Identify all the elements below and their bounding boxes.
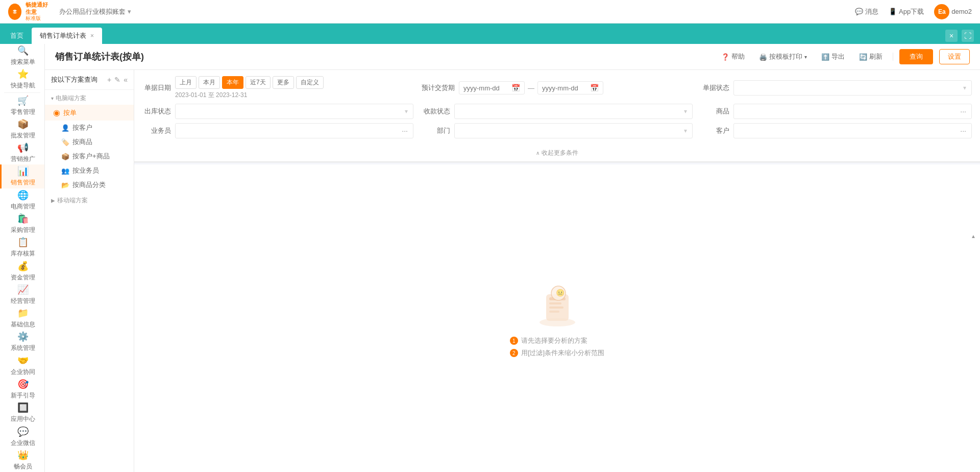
app-download-icon: 📱 [889, 8, 897, 15]
filter-area: 单据日期 上月 本月 本年 近7天 更多 自定义 [134, 70, 980, 162]
expected-date-to-wrap[interactable]: 📅 [537, 81, 603, 95]
status-dropdown[interactable]: ▾ [733, 80, 972, 96]
sidebar-item-coop[interactable]: 🤝 企业协同 [0, 354, 44, 377]
sidebar-item-label: 基础信息 [11, 320, 35, 329]
collapse-more-conditions-btn[interactable]: ∧ 收起更多条件 [134, 145, 980, 162]
tab-sales-order-stats[interactable]: 销售订单统计表 × [32, 28, 102, 44]
hint-num-2: 2 [510, 349, 518, 357]
guide-icon: 🎯 [17, 379, 29, 390]
sidebar-item-quick-nav[interactable]: ⭐ 快捷导航 [0, 67, 44, 91]
hint-num-1: 1 [510, 337, 518, 345]
sidebar-item-system[interactable]: ⚙️ 系统管理 [0, 330, 44, 353]
date-btn-last-month[interactable]: 上月 [175, 76, 197, 89]
scheme-group-pc-label: 电脑端方案 [56, 94, 86, 103]
expected-date-to-input[interactable] [542, 84, 588, 92]
customer-dots-icon[interactable]: ··· [960, 127, 966, 135]
sidebar-item-label: 畅会员 [14, 462, 32, 471]
scheme-item-label: 按客户+商品 [72, 152, 110, 161]
sidebar-divider [4, 92, 40, 93]
empty-hint-1: 1 请先选择要分析的方案 [510, 336, 604, 345]
sidebar-item-vip[interactable]: 👑 畅会员 [0, 449, 44, 472]
chevron-down-icon: ▾ [804, 54, 807, 60]
goods-label: 商品 [701, 107, 729, 116]
tab-home[interactable]: 首页 [2, 28, 32, 44]
edit-scheme-icon[interactable]: ✎ [114, 76, 120, 84]
scheme-item-by-customer-goods[interactable]: 📦 按客户+商品 [45, 149, 134, 163]
sidebar-item-sales[interactable]: 📊 销售管理 [0, 164, 44, 188]
settings-button[interactable]: 设置 [939, 49, 970, 64]
sidebar-item-enterprise-wechat[interactable]: 💬 企业微信 [0, 424, 44, 448]
sidebar-item-base[interactable]: 📁 基础信息 [0, 306, 44, 330]
date-btn-this-month[interactable]: 本月 [199, 76, 220, 89]
tab-close-icon[interactable]: × [90, 32, 94, 39]
date-range-separator: — [528, 84, 534, 92]
sidebar-item-app-center[interactable]: 🔲 应用中心 [0, 401, 44, 424]
dept-label: 部门 [422, 126, 450, 135]
expected-date-from-wrap[interactable]: 📅 [459, 81, 525, 95]
collapse-panel-icon[interactable]: « [124, 76, 128, 84]
add-scheme-icon[interactable]: + [107, 76, 111, 84]
close-window-btn[interactable]: × [945, 30, 958, 42]
page-actions: ❓ 帮助 🖨️ 按模板打印 ▾ ⬆️ 导出 🔄 刷新 [717, 49, 970, 64]
scheme-item-label: 按商品分类 [72, 180, 106, 190]
scheme-item-by-order[interactable]: ◉ 按单 [45, 105, 134, 121]
expected-date-from-input[interactable] [463, 84, 509, 92]
breadcrumb-text[interactable]: 办公用品行业模拟账套 [59, 7, 126, 16]
query-button[interactable]: 查询 [899, 49, 933, 64]
filter-and-content: 单据日期 上月 本月 本年 近7天 更多 自定义 [134, 70, 980, 472]
scheme-item-by-staff[interactable]: 👥 按业务员 [45, 163, 134, 178]
app-download-btn[interactable]: 📱 App下载 [889, 7, 924, 16]
sidebar-item-operations[interactable]: 📈 经营管理 [0, 283, 44, 306]
sidebar-item-ecommerce[interactable]: 🌐 电商管理 [0, 188, 44, 212]
template-print-btn[interactable]: 🖨️ 按模板打印 ▾ [755, 50, 811, 63]
sidebar-item-marketing[interactable]: 📢 营销推广 [0, 141, 44, 164]
scheme-item-label: 按单 [63, 108, 77, 117]
payment-status-dropdown[interactable]: ▾ [454, 104, 693, 119]
sidebar-item-retail[interactable]: 🛒 零售管理 [0, 93, 44, 117]
sidebar-item-new-guide[interactable]: 🎯 新手引导 [0, 377, 44, 401]
sidebar-item-inventory[interactable]: 📋 库存核算 [0, 235, 44, 259]
salesperson-dots-icon[interactable]: ··· [402, 127, 408, 135]
sidebar-item-label: 库存核算 [11, 249, 35, 258]
date-btn-this-year[interactable]: 本年 [222, 76, 243, 89]
sidebar-item-purchase[interactable]: 🛍️ 采购管理 [0, 212, 44, 235]
sidebar-item-label: 批发管理 [11, 131, 35, 140]
user-menu[interactable]: Ea demo2 [934, 4, 972, 19]
operations-icon: 📈 [17, 284, 29, 295]
tab-home-label: 首页 [10, 31, 23, 40]
dept-dropdown[interactable]: ▾ [454, 123, 693, 138]
date-btn-7days[interactable]: 近7天 [246, 76, 271, 89]
sidebar-item-label: 系统管理 [11, 344, 35, 352]
sidebar-item-label: 企业协同 [11, 368, 35, 376]
scheme-item-by-customer[interactable]: 👤 按客户 [45, 121, 134, 135]
goods-dots-icon[interactable]: ··· [960, 107, 966, 115]
refresh-btn[interactable]: 🔄 刷新 [855, 50, 887, 63]
empty-illustration: 😐 [532, 279, 583, 330]
finance-icon: 💰 [17, 261, 29, 272]
export-btn[interactable]: ⬆️ 导出 [817, 50, 849, 63]
sidebar-item-wholesale[interactable]: 📦 批发管理 ▲ [0, 117, 44, 141]
date-btn-more[interactable]: 更多 [273, 76, 294, 89]
date-btn-custom[interactable]: 自定义 [296, 76, 324, 89]
help-btn[interactable]: ❓ 帮助 [717, 50, 749, 63]
tabbar-right: × ⛶ [945, 30, 980, 44]
goods2-icon: 📦 [61, 153, 69, 160]
scheme-item-by-goods[interactable]: 🏷️ 按商品 [45, 135, 134, 149]
sidebar-item-label: 应用中心 [11, 415, 35, 423]
fullscreen-btn[interactable]: ⛶ [962, 30, 974, 42]
chevron-down-icon: ▾ [51, 96, 54, 101]
person-icon: 👤 [61, 124, 69, 132]
sidebar-item-finance[interactable]: 💰 资金管理 [0, 259, 44, 282]
goods-dropdown[interactable]: ··· [733, 104, 972, 119]
sales-icon: 📊 [17, 166, 29, 177]
empty-hint-2-text: 用[过滤]条件来缩小分析范围 [521, 348, 604, 358]
scheme-group-mobile: ▶ 移动端方案 [45, 192, 134, 207]
filter-row-2: 出库状态 ▾ 收款状态 ▾ [142, 104, 972, 119]
message-btn[interactable]: 💬 消息 [855, 7, 878, 16]
chevron-down-icon[interactable]: ▾ [128, 8, 131, 15]
customer-dropdown[interactable]: ··· [733, 123, 972, 138]
ship-status-dropdown[interactable]: ▾ [175, 104, 413, 119]
salesperson-dropdown[interactable]: ··· [175, 123, 413, 138]
sidebar-item-search[interactable]: 🔍 搜索菜单 [0, 44, 44, 67]
scheme-item-by-category[interactable]: 📂 按商品分类 [45, 178, 134, 192]
